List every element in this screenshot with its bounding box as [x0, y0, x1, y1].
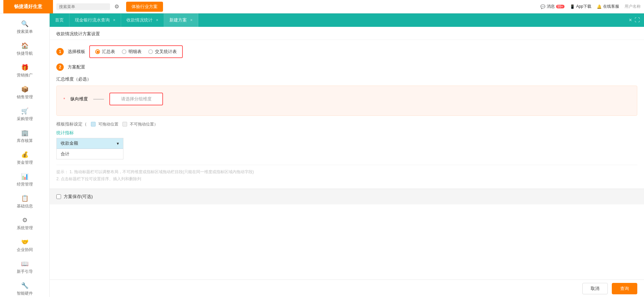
form-section: 1 选择模板 汇总表 明细表 [50, 40, 644, 189]
tips-section: 提示： 1. 拖动标题栏可以调整布局，不可跨维度或指标区域拖动栏目段(只能在同一… [56, 165, 637, 182]
bottom-bar: 取消 查询 [50, 280, 644, 297]
cancel-button[interactable]: 取消 [582, 283, 608, 294]
service-btn[interactable]: 🔔 在线客服 [597, 4, 619, 9]
radio-summary[interactable]: 汇总表 [95, 49, 115, 55]
sidebar-item-label: 经营管理 [17, 182, 33, 187]
search-icon: 🔍 [21, 20, 29, 28]
hardware-icon: 🔧 [21, 282, 29, 289]
sidebar-item-system[interactable]: ⚙ 系统管理 [0, 212, 49, 234]
stats-header-chevron[interactable] [117, 141, 119, 146]
non-draggable-label: 不可拖动位置） [130, 121, 158, 127]
sidebar-item-basic[interactable]: 📋 基础信息 [0, 191, 49, 212]
dimension-row: * 纵向维度 —— 请选择分组维度 [63, 93, 630, 105]
search-input[interactable] [56, 3, 110, 10]
stats-header[interactable]: 收款金额 [57, 138, 123, 149]
sidebar-item-label: 销售管理 [17, 94, 33, 100]
gear-icon[interactable]: ⚙ [111, 1, 122, 12]
tab-cashflow[interactable]: 现金银行流水查询 × [69, 13, 121, 27]
save-checkbox[interactable] [56, 194, 61, 199]
draggable-box [91, 122, 96, 127]
tab-newplan-close[interactable]: × [190, 18, 193, 22]
top-right-area: 💬 消息 99+ 📱 App下载 🔔 在线客服 用户名称 [540, 4, 641, 9]
sidebar-item-hardware[interactable]: 🔧 智能硬件 [0, 278, 49, 297]
tab-actions: × ⛶ [629, 17, 644, 23]
radio-summary-circle [95, 49, 100, 54]
save-label: 方案保存(可选) [64, 194, 93, 200]
sidebar-item-sales[interactable]: 📦 销售管理 [0, 82, 49, 103]
radio-detail[interactable]: 明细表 [122, 49, 142, 55]
template-selection-box: 汇总表 明细表 交叉统计表 [89, 45, 183, 58]
sidebar-item-marketing[interactable]: 🎁 营销推广 [0, 60, 49, 82]
query-button[interactable]: 查询 [612, 283, 637, 294]
sidebar-item-newbie[interactable]: 📖 新手引导 [0, 256, 49, 278]
message-icon: 💬 [540, 4, 545, 9]
radio-detail-label: 明细表 [128, 49, 142, 55]
tab-cashflow-label: 现金银行流水查询 [75, 17, 110, 23]
tab-receipts-close[interactable]: × [156, 18, 158, 22]
tab-minimize-btn[interactable]: × [629, 17, 632, 23]
required-star: * [63, 97, 65, 102]
step1-num: 1 [56, 48, 64, 55]
brand-name: 畅捷通好生意 [14, 4, 42, 10]
download-btn[interactable]: 📱 App下载 [570, 4, 591, 9]
sidebar-item-label: 企业协同 [17, 247, 33, 253]
sidebar: 🔍 搜索菜单 🏠 快捷导航 🎁 营销推广 📦 销售管理 🛒 采购管理 🏢 库存核… [0, 13, 50, 297]
template-radio-group: 汇总表 明细表 交叉统计表 [95, 49, 177, 55]
step2-num: 2 [56, 63, 64, 71]
stats-header-label: 收款金额 [61, 140, 78, 146]
sidebar-item-search[interactable]: 🔍 搜索菜单 [0, 16, 49, 38]
chart-icon: 📊 [21, 173, 29, 180]
save-option: 方案保存(可选) [50, 189, 644, 204]
inventory-icon: 🏢 [21, 129, 29, 137]
vertical-dim-label: 纵向维度 [70, 96, 88, 102]
tab-newplan[interactable]: 新建方案 × [164, 13, 198, 27]
draggable-label: 可拖动位置 [98, 121, 118, 127]
dimension-arrow: —— [93, 96, 104, 102]
tab-maximize-btn[interactable]: ⛶ [635, 17, 640, 23]
stats-row-label: 合计 [61, 151, 69, 156]
plan-config: 汇总维度（必选） * 纵向维度 —— 请选择分组维度 [56, 76, 637, 182]
sidebar-item-label: 快捷导航 [17, 51, 33, 56]
radio-cross[interactable]: 交叉统计表 [148, 49, 177, 55]
tab-bar: 首页 现金银行流水查询 × 收款情况统计 × 新建方案 × × ⛶ [50, 13, 644, 27]
sidebar-item-management[interactable]: 📊 经营管理 [0, 169, 49, 191]
tip2: 2. 点击标题栏下拉可设置排序、插入列和删除列 [56, 176, 637, 182]
sidebar-item-corp[interactable]: 🤝 企业协同 [0, 234, 49, 256]
stats-section: 统计指标 收款金额 合计 [56, 130, 637, 159]
sidebar-item-label: 搜索菜单 [17, 29, 33, 35]
sidebar-item-purchase[interactable]: 🛒 采购管理 [0, 103, 49, 125]
tip2-text: 2. 点击标题栏下拉可设置排序、插入列和删除列 [56, 177, 141, 181]
tips-label: 提示： [56, 169, 68, 174]
sidebar-item-label: 基础信息 [17, 203, 33, 209]
tab-home[interactable]: 首页 [50, 13, 69, 27]
radio-cross-circle [148, 49, 153, 54]
indicator-settings: 模板指标设定（ 可拖动位置 不可拖动位置） [56, 121, 637, 182]
corp-icon: 🤝 [21, 238, 29, 246]
tab-home-label: 首页 [55, 17, 64, 23]
sidebar-item-label: 采购管理 [17, 116, 33, 122]
sidebar-item-finance[interactable]: 💰 资金管理 [0, 147, 49, 169]
stats-row: 合计 [57, 149, 123, 159]
tab-receipts[interactable]: 收款情况统计 × [121, 13, 164, 27]
step1-row: 1 选择模板 汇总表 明细表 [56, 45, 637, 58]
page-title: 收款情况统计方案设置 [56, 31, 100, 36]
info-icon: 📋 [21, 195, 29, 202]
purchase-icon: 🛒 [21, 107, 29, 115]
sidebar-item-label: 系统管理 [17, 225, 33, 231]
sales-icon: 📦 [21, 86, 29, 93]
message-btn[interactable]: 💬 消息 99+ [540, 4, 565, 9]
book-icon: 📖 [21, 260, 29, 267]
dimension-selector[interactable]: 请选择分组维度 [109, 93, 163, 105]
industry-btn[interactable]: 体验行业方案 [126, 2, 163, 12]
download-label: App下载 [576, 4, 591, 9]
message-label: 消息 [547, 4, 555, 9]
sidebar-item-nav[interactable]: 🏠 快捷导航 [0, 38, 49, 60]
summary-dim-label: 汇总维度（必选） [56, 77, 91, 82]
sidebar-item-label: 新手引导 [17, 269, 33, 275]
sidebar-item-inventory[interactable]: 🏢 库存核算 [0, 125, 49, 147]
sidebar-item-label: 营销推广 [17, 72, 33, 78]
dimension-area: * 纵向维度 —— 请选择分组维度 [56, 86, 637, 116]
radio-summary-label: 汇总表 [102, 49, 115, 55]
tab-cashflow-close[interactable]: × [113, 18, 115, 22]
home-icon: 🏠 [21, 42, 29, 49]
